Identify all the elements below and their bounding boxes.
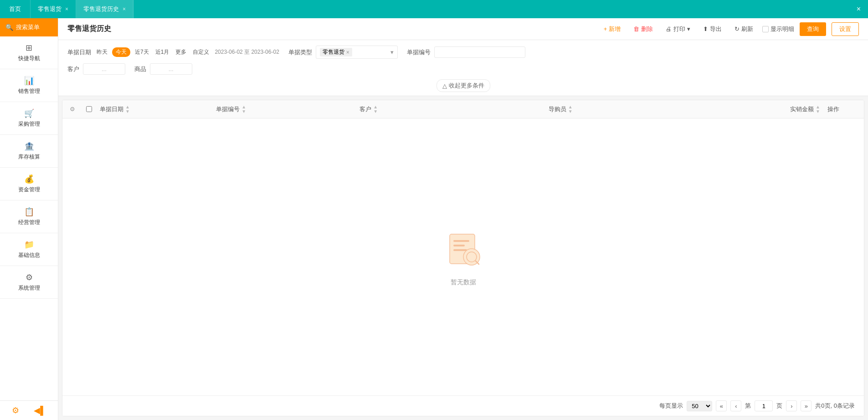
print-button[interactable]: 🖨 打印 ▾ (662, 23, 694, 35)
th-no-label: 单据编号 (216, 105, 240, 113)
purchase-icon: 🛒 (24, 108, 34, 118)
header-actions: + 新增 🗑 删除 🖨 打印 ▾ ⬆ 导出 ↻ 刷新 (600, 22, 859, 36)
goods-ellipsis: ... (150, 63, 192, 75)
svg-rect-3 (453, 249, 467, 251)
date-btn-more[interactable]: 更多 (174, 47, 188, 57)
sidebar-item-basic-info[interactable]: 📁 基础信息 (0, 233, 58, 266)
th-no[interactable]: 单据编号 ▲▼ (212, 105, 356, 114)
sidebar-item-finance[interactable]: 💰 资金管理 (0, 168, 58, 200)
date-btn-7days[interactable]: 近7天 (133, 47, 151, 57)
sidebar-item-quick-nav[interactable]: ⊞ 快捷导航 (0, 36, 58, 69)
select-all-checkbox[interactable] (86, 106, 92, 112)
settings-bottom-icon[interactable]: ⚙ (12, 405, 19, 415)
top-tab-bar: 首页 零售退货 × 零售退货历史 × × (0, 0, 868, 18)
show-detail-checkbox[interactable] (762, 26, 769, 32)
doc-type-select-arrow: ▾ (390, 49, 394, 56)
goods-filter: 商品 ... (134, 63, 192, 75)
next-page-btn[interactable]: › (786, 400, 797, 411)
show-detail-checkbox-group: 显示明细 (762, 25, 794, 33)
per-page-label: 每页显示 (659, 402, 683, 410)
inventory-icon: 🏦 (24, 141, 34, 151)
th-amount-label: 实销金额 (790, 105, 814, 113)
first-page-btn[interactable]: « (716, 400, 727, 411)
table-header: ⚙ 单据日期 ▲▼ 单据编号 ▲▼ 客户 ▲▼ 导购员 (62, 100, 864, 118)
sidebar-nav: ⊞ 快捷导航 📊 销售管理 🛒 采购管理 🏦 库存核算 💰 资金管理 📋 (0, 36, 58, 400)
tab-retail-return-history-label: 零售退货历史 (83, 5, 119, 13)
doc-type-value: 零售退货 (323, 48, 344, 56)
date-btn-yesterday[interactable]: 昨天 (95, 47, 109, 57)
th-checkbox-col (82, 106, 96, 112)
doc-type-tag-close[interactable]: × (346, 49, 349, 56)
th-action-label: 操作 (827, 105, 839, 113)
sidebar-item-finance-label: 资金管理 (18, 186, 40, 194)
th-amount[interactable]: 实销金额 ▲▼ (786, 105, 824, 114)
sidebar-item-sales[interactable]: 📊 销售管理 (0, 69, 58, 102)
table-area: ⚙ 单据日期 ▲▼ 单据编号 ▲▼ 客户 ▲▼ 导购员 (62, 100, 864, 416)
date-filter-label: 单据日期 (67, 48, 91, 56)
last-page-btn[interactable]: » (801, 400, 812, 411)
refresh-button[interactable]: ↻ 刷新 (731, 23, 757, 35)
content-area: 零售退货历史 + 新增 🗑 删除 🖨 打印 ▾ ⬆ 导出 (58, 18, 868, 420)
sidebar-item-sales-label: 销售管理 (18, 87, 40, 95)
th-date-sort-icon: ▲▼ (125, 105, 130, 114)
sidebar-item-operations-label: 经营管理 (18, 219, 40, 226)
sidebar: 🔍 搜索菜单 ⊞ 快捷导航 📊 销售管理 🛒 采购管理 🏦 库存核算 💰 (0, 18, 58, 420)
finance-icon: 💰 (24, 174, 34, 184)
search-icon: 🔍 (5, 24, 13, 31)
th-guide-label: 导购员 (549, 105, 566, 113)
goods-label: 商品 (134, 65, 146, 73)
main-layout: 🔍 搜索菜单 ⊞ 快捷导航 📊 销售管理 🛒 采购管理 🏦 库存核算 💰 (0, 18, 868, 420)
collapse-filter-label: 收起更多条件 (449, 82, 484, 90)
th-customer-label: 客户 (360, 105, 371, 113)
th-settings[interactable]: ⚙ (66, 106, 82, 113)
export-button[interactable]: ⬆ 导出 (699, 23, 725, 35)
sidebar-item-inventory-label: 库存核算 (18, 153, 40, 161)
sidebar-item-quick-nav-label: 快捷导航 (18, 55, 40, 62)
sidebar-item-purchase-label: 采购管理 (18, 120, 40, 128)
customer-filter: 客户 ... (67, 63, 125, 75)
doc-type-filter: 单据类型 零售退货 × ▾ (288, 46, 398, 59)
th-customer[interactable]: 客户 ▲▼ (356, 105, 545, 114)
setting-button[interactable]: 设置 (832, 22, 859, 36)
per-page-select[interactable]: 50 100 200 (687, 401, 712, 411)
prev-page-btn[interactable]: ‹ (730, 400, 741, 411)
tab-home[interactable]: 首页 (0, 0, 31, 18)
tab-home-label: 首页 (9, 5, 21, 13)
query-button[interactable]: 查询 (800, 22, 826, 36)
new-button-label: + 新增 (604, 25, 621, 33)
tab-retail-return-close[interactable]: × (65, 6, 68, 12)
th-action: 操作 (824, 105, 860, 113)
sidebar-item-system[interactable]: ⚙ 系统管理 (0, 266, 58, 299)
sidebar-item-inventory[interactable]: 🏦 库存核算 (0, 135, 58, 168)
new-button[interactable]: + 新增 (600, 23, 624, 35)
window-close-btn[interactable]: × (857, 5, 868, 13)
doc-type-select[interactable]: 零售退货 × ▾ (316, 46, 398, 59)
doc-no-input[interactable] (434, 46, 525, 58)
th-guide[interactable]: 导购员 ▲▼ (545, 105, 688, 114)
date-btn-custom[interactable]: 自定义 (191, 47, 211, 57)
sales-icon: 📊 (24, 76, 34, 86)
delete-icon: 🗑 (633, 26, 639, 32)
date-btn-1month[interactable]: 近1月 (154, 47, 171, 57)
date-shortcuts: 昨天 今天 近7天 近1月 更多 自定义 (95, 47, 211, 57)
refresh-button-label: 刷新 (741, 25, 753, 33)
sidebar-item-purchase[interactable]: 🛒 采购管理 (0, 102, 58, 135)
collapse-filter-btn[interactable]: △ 收起更多条件 (437, 79, 490, 92)
date-btn-today[interactable]: 今天 (112, 47, 130, 57)
sidebar-search-label: 搜索菜单 (16, 23, 40, 31)
tab-retail-return[interactable]: 零售退货 × (31, 0, 76, 18)
customer-ellipsis: ... (83, 63, 125, 75)
table-body: 暂无数据 (62, 118, 864, 395)
delete-button[interactable]: 🗑 删除 (630, 23, 657, 35)
basic-info-icon: 📁 (24, 240, 34, 250)
doc-no-label: 单据编号 (407, 48, 431, 56)
svg-rect-2 (453, 245, 465, 246)
current-page-input[interactable] (755, 400, 773, 411)
sidebar-item-operations[interactable]: 📋 经营管理 (0, 200, 58, 233)
th-date[interactable]: 单据日期 ▲▼ (96, 105, 212, 114)
sidebar-bottom: ⚙ ◀▌ (0, 400, 58, 420)
sidebar-search[interactable]: 🔍 搜索菜单 (0, 18, 58, 36)
audio-bottom-icon[interactable]: ◀▌ (34, 405, 46, 415)
tab-retail-return-history-close[interactable]: × (123, 6, 126, 12)
tab-retail-return-history[interactable]: 零售退货历史 × (76, 0, 134, 18)
